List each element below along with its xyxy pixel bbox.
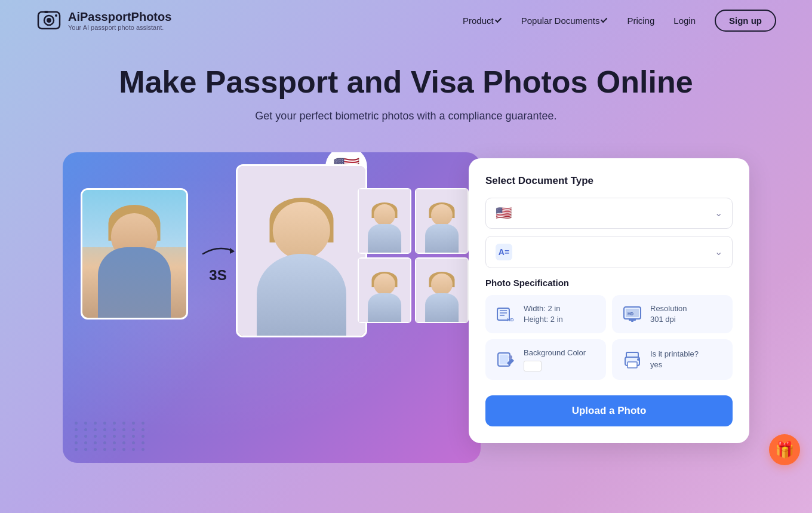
nav-pricing[interactable]: Pricing: [627, 16, 654, 26]
small-photo-2: [415, 188, 469, 254]
resolution-icon: HD: [622, 303, 643, 325]
hero-section: Make Passport and Visa Photos Online Get…: [0, 41, 812, 122]
small-photo-1: [358, 188, 411, 254]
main-nav: Product Popular Documents Pricing Login …: [463, 10, 776, 32]
nav-product[interactable]: Product: [463, 16, 502, 26]
hero-title: Make Passport and Visa Photos Online: [12, 64, 800, 100]
svg-rect-14: [629, 319, 636, 321]
dot-pattern: for(let i=0;i<40;i++) document.write('<d…: [75, 422, 147, 451]
height-label: Height: 2 in: [524, 314, 563, 325]
document-chevron-icon: ⌄: [715, 246, 722, 257]
svg-text:HD: HD: [507, 317, 514, 322]
gift-button[interactable]: 🎁: [769, 434, 800, 465]
logo-text: AiPassportPhotos Your AI passport photo …: [68, 10, 171, 31]
print-icon: [622, 349, 643, 370]
arrow-icon: [200, 242, 236, 260]
svg-rect-15: [631, 321, 633, 322]
content-area: 3S 🇺🇸: [0, 152, 812, 463]
signup-button[interactable]: Sign up: [715, 10, 776, 32]
svg-point-19: [509, 355, 512, 359]
spec-printable-text: Is it printable? yes: [650, 349, 699, 370]
background-icon: [495, 349, 516, 370]
resolution-value: 301 dpi: [650, 314, 687, 325]
svg-rect-18: [500, 355, 508, 364]
logo[interactable]: AiPassportPhotos Your AI passport photo …: [36, 7, 171, 33]
original-photo: [81, 188, 188, 320]
svg-point-23: [637, 358, 639, 361]
country-chevron-icon: ⌄: [715, 207, 722, 219]
spec-printable-card: Is it printable? yes: [612, 339, 733, 380]
resolution-label: Resolution: [650, 303, 687, 314]
small-photo-3: [358, 257, 411, 323]
country-flag: 🇺🇸: [496, 205, 512, 221]
logo-subtitle: Your AI passport photo assistant.: [68, 24, 171, 31]
photo-grid: [358, 188, 469, 323]
spec-resolution-card: HD Resolution 301 dpi: [612, 295, 733, 333]
spec-background-text: Background Color: [524, 348, 586, 371]
spec-title: Photo Specification: [485, 278, 733, 288]
printable-label: Is it printable?: [650, 349, 699, 360]
svg-point-5: [55, 14, 57, 17]
chevron-down-icon: [601, 16, 607, 23]
seconds-label: 3S: [200, 267, 236, 284]
logo-icon: [36, 7, 62, 33]
document-select[interactable]: A= ⌄: [485, 236, 733, 268]
login-button[interactable]: Login: [673, 16, 696, 26]
processed-photo: [236, 164, 367, 337]
svg-marker-6: [230, 248, 235, 254]
spec-size-text: Width: 2 in Height: 2 in: [524, 303, 563, 325]
small-photo-4: [415, 257, 469, 323]
photo-card: 3S 🇺🇸: [63, 152, 481, 463]
chevron-down-icon: [495, 16, 502, 23]
spec-resolution-text: Resolution 301 dpi: [650, 303, 687, 325]
width-label: Width: 2 in: [524, 303, 563, 314]
hero-subtitle: Get your perfect biometric photos with a…: [12, 110, 800, 122]
background-color-swatch: [524, 361, 542, 371]
upload-button[interactable]: Upload a Photo: [485, 395, 733, 426]
nav-popular-docs[interactable]: Popular Documents: [521, 16, 608, 26]
size-icon: HD: [495, 303, 516, 325]
spec-grid: HD Width: 2 in Height: 2 in HD: [485, 295, 733, 380]
spec-size-card: HD Width: 2 in Height: 2 in: [485, 295, 606, 333]
country-select[interactable]: 🇺🇸 ⌄: [485, 198, 733, 229]
form-panel: Select Document Type 🇺🇸 ⌄ A= ⌄ Photo Spe…: [469, 158, 749, 444]
svg-rect-22: [628, 362, 637, 368]
svg-point-3: [47, 18, 51, 23]
spec-background-card: Background Color: [485, 339, 606, 380]
svg-text:HD: HD: [628, 312, 633, 316]
printable-value: yes: [650, 360, 699, 370]
doc-type-icon: A=: [496, 244, 512, 260]
logo-title: AiPassportPhotos: [68, 10, 171, 24]
photo-demo: 3S 🇺🇸: [63, 152, 481, 463]
background-color-label: Background Color: [524, 348, 586, 358]
select-doc-title: Select Document Type: [485, 175, 733, 187]
arrow-3s: 3S: [200, 242, 236, 284]
svg-rect-4: [44, 11, 48, 13]
